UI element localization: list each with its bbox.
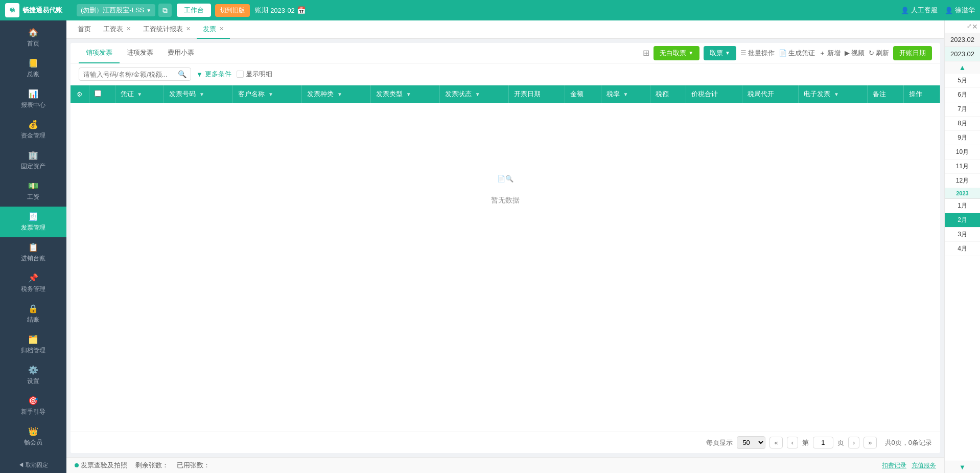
col-customer[interactable]: 客户名称 ▼	[233, 85, 302, 103]
more-conditions-button[interactable]: ▼ 更多条件	[196, 70, 231, 79]
refresh-button[interactable]: ↻ 刷新	[869, 49, 889, 58]
col-open-date[interactable]: 开票日期	[509, 85, 565, 103]
user-item[interactable]: 👤 徐溢华	[945, 6, 975, 15]
sidebar-item-payroll[interactable]: 💵 工资	[0, 176, 66, 207]
invoice-status-filter-icon[interactable]: ▼	[475, 92, 480, 97]
panel-top: ⤢ ✕	[945, 20, 980, 33]
next-page-button[interactable]: ›	[848, 437, 859, 448]
first-page-button[interactable]: «	[769, 437, 782, 448]
tab-payroll-stats-label: 工资统计报表	[143, 25, 183, 34]
gen-voucher-button[interactable]: 📄 生成凭证	[779, 49, 815, 58]
video-button[interactable]: ▶ 视频	[845, 49, 865, 58]
period-month-2[interactable]: 2月	[945, 213, 980, 228]
period-month-7[interactable]: 7月	[945, 102, 980, 117]
grid-view-icon[interactable]: ⊞	[643, 48, 649, 58]
workbench-button[interactable]: 工作台	[177, 4, 211, 17]
sidebar-item-closing[interactable]: 🔒 结账	[0, 299, 66, 329]
panel-close-icon[interactable]: ✕	[972, 22, 978, 31]
sidebar-item-settings[interactable]: ⚙️ 设置	[0, 360, 66, 391]
invoice-no-filter-icon[interactable]: ▼	[199, 92, 204, 97]
sidebar-item-assets[interactable]: 🏢 固定资产	[0, 145, 66, 176]
tab-payroll-stats-close[interactable]: ✕	[186, 26, 191, 32]
col-amount[interactable]: 金额	[565, 85, 601, 103]
tab-payroll-table-close[interactable]: ✕	[126, 26, 131, 32]
unpin-button[interactable]: ◀ 取消固定	[0, 457, 66, 473]
sidebar-item-archive[interactable]: 🗂️ 归档管理	[0, 329, 66, 360]
assets-icon: 🏢	[28, 150, 38, 160]
new-button[interactable]: ＋ 新增	[819, 49, 841, 58]
sidebar-item-member[interactable]: 👑 畅会员	[0, 421, 66, 452]
sub-tab-expense-receipt[interactable]: 费用小票	[160, 43, 201, 63]
scroll-up-button[interactable]: ▲	[945, 61, 980, 74]
sidebar-item-finance[interactable]: 💰 资金管理	[0, 115, 66, 145]
col-tax-amount[interactable]: 税额	[650, 85, 686, 103]
period-month-10[interactable]: 10月	[945, 145, 980, 160]
sidebar-item-sales[interactable]: 📋 进销台账	[0, 237, 66, 268]
show-detail-label[interactable]: 显示明细	[237, 70, 272, 79]
period-month-12[interactable]: 12月	[945, 174, 980, 188]
customer-service-link[interactable]: 充值服务	[912, 461, 936, 470]
tax-rate-filter-icon[interactable]: ▼	[623, 92, 628, 97]
col-voucher[interactable]: 凭证 ▼	[115, 85, 164, 103]
sidebar-item-invoices[interactable]: 🧾 发票管理	[0, 207, 66, 237]
tab-payroll-stats[interactable]: 工资统计报表 ✕	[137, 20, 197, 39]
sidebar-item-guide[interactable]: 🎯 新手引导	[0, 391, 66, 421]
col-tax-code[interactable]: 税局代开	[742, 85, 799, 103]
period-month-8[interactable]: 8月	[945, 117, 980, 131]
show-detail-checkbox[interactable]	[237, 71, 244, 78]
col-e-invoice[interactable]: 电子发票 ▼	[799, 85, 868, 103]
panel-expand-icon[interactable]: ⤢	[967, 22, 972, 31]
period-month-11[interactable]: 11月	[945, 160, 980, 174]
company-selector[interactable]: (勿删）江西股宝-LSS ▼	[77, 4, 155, 16]
invoice-type-filter-icon[interactable]: ▼	[337, 92, 342, 97]
scroll-down-indicator[interactable]: ▼	[945, 461, 980, 473]
period-month-3[interactable]: 3月	[945, 228, 980, 242]
col-remark[interactable]: 备注	[868, 85, 904, 103]
sub-tab-purchase-invoice[interactable]: 进项发票	[120, 43, 160, 63]
col-invoice-type[interactable]: 发票种类 ▼	[302, 85, 371, 103]
sidebar-item-tax[interactable]: 📌 税务管理	[0, 268, 66, 299]
total-label: 共0页，0条记录	[885, 438, 932, 447]
period-month-9[interactable]: 9月	[945, 131, 980, 145]
period-month-1[interactable]: 1月	[945, 199, 980, 213]
col-action[interactable]: 操作	[904, 85, 940, 103]
tab-home[interactable]: 首页	[72, 20, 97, 39]
col-invoice-status[interactable]: 发票状态 ▼	[440, 85, 509, 103]
period-month-4[interactable]: 4月	[945, 242, 980, 256]
support-item[interactable]: 👤 人工客服	[901, 6, 938, 15]
tab-payroll-table[interactable]: 工资表 ✕	[97, 20, 137, 39]
e-invoice-filter-icon[interactable]: ▼	[834, 92, 839, 97]
col-settings[interactable]: ⚙	[71, 85, 89, 103]
voucher-filter-icon[interactable]: ▼	[137, 92, 142, 97]
get-ticket-button[interactable]: 取票 ▼	[704, 46, 736, 60]
open-period-button[interactable]: 开账日期	[893, 46, 932, 60]
batch-ops-button[interactable]: ☰ 批量操作	[740, 49, 775, 58]
select-all-checkbox[interactable]	[95, 90, 101, 97]
period-month-5[interactable]: 5月	[945, 74, 980, 88]
customer-filter-icon[interactable]: ▼	[268, 92, 273, 97]
invoice-category-filter-icon[interactable]: ▼	[406, 92, 411, 97]
search-input[interactable]	[83, 71, 175, 78]
prev-page-button[interactable]: ‹	[787, 437, 798, 448]
col-checkbox[interactable]	[89, 85, 115, 103]
sidebar-item-home[interactable]: 🏠 首页	[0, 22, 66, 53]
period-month-6[interactable]: 6月	[945, 88, 980, 102]
period-calendar-icon[interactable]: 📅	[297, 6, 306, 14]
col-tax-rate[interactable]: 税率 ▼	[601, 85, 650, 103]
col-tax-total[interactable]: 价税合计	[686, 85, 742, 103]
last-page-button[interactable]: »	[864, 437, 876, 448]
add-account-link[interactable]: 扣费记录	[882, 461, 906, 470]
sidebar-item-reports[interactable]: 📊 报表中心	[0, 84, 66, 115]
col-invoice-category[interactable]: 发票类型 ▼	[371, 85, 440, 103]
tab-invoice[interactable]: 发票 ✕	[197, 20, 230, 39]
page-number-input[interactable]	[813, 437, 833, 448]
no-ticket-button[interactable]: 无白取票 ▼	[654, 46, 699, 60]
period-header-label-2: 2023.02	[950, 50, 974, 58]
switch-version-button[interactable]: 切到旧版	[215, 4, 250, 17]
col-invoice-no[interactable]: 发票号码 ▼	[164, 85, 233, 103]
page-size-select[interactable]: 50 10 20 100	[737, 436, 765, 449]
copy-icon[interactable]: ⧉	[158, 4, 172, 17]
sidebar-item-ledger[interactable]: 📒 总账	[0, 53, 66, 84]
tab-invoice-close[interactable]: ✕	[219, 26, 224, 32]
sub-tab-sales-invoice[interactable]: 销项发票	[79, 43, 120, 63]
